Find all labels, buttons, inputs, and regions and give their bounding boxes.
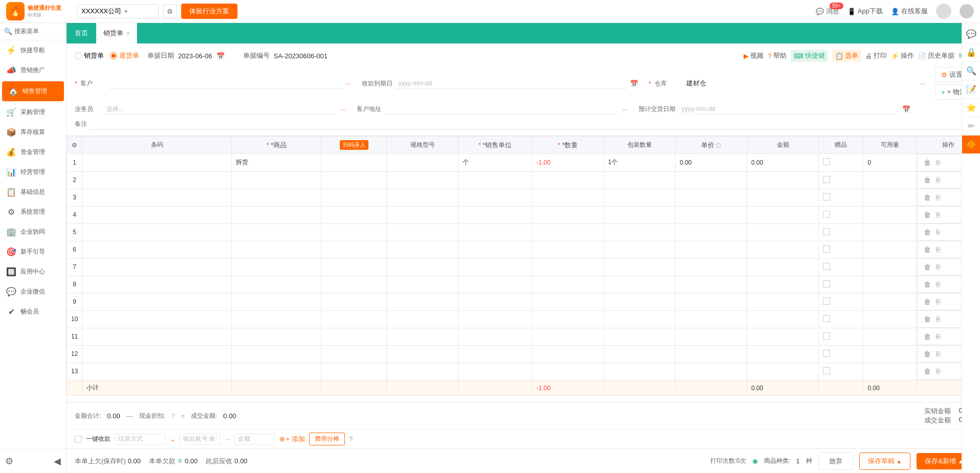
barcode-input[interactable] — [86, 316, 227, 323]
row-unit[interactable] — [459, 328, 532, 345]
row-unit-price[interactable] — [676, 223, 747, 241]
barcode-input[interactable] — [86, 176, 227, 184]
sidebar-item-enterprise[interactable]: 🏢 企业协同 — [0, 222, 66, 242]
row-quantity[interactable] — [532, 223, 604, 241]
row-quantity[interactable]: -1.00 — [532, 154, 604, 172]
warehouse-more-icon[interactable]: ··· — [920, 79, 926, 87]
tab-home[interactable]: 首页 — [67, 23, 96, 43]
row-barcode[interactable] — [82, 328, 232, 345]
row-copy-button[interactable]: ⎘ — [934, 279, 942, 289]
row-pack-qty[interactable] — [604, 276, 676, 293]
sidebar-settings-icon[interactable]: ⚙ — [5, 456, 13, 467]
row-amount[interactable] — [747, 276, 819, 293]
row-copy-button[interactable]: ⎘ — [934, 227, 942, 237]
row-gift[interactable] — [819, 241, 863, 258]
row-delete-button[interactable]: 🗑 — [922, 244, 933, 255]
barcode-input[interactable] — [86, 350, 227, 357]
row-amount[interactable] — [747, 345, 819, 363]
rp-edit-icon[interactable]: ✏ — [962, 117, 981, 136]
gift-checkbox[interactable] — [823, 332, 830, 340]
row-unit-price[interactable] — [676, 241, 747, 258]
row-spec[interactable] — [387, 258, 459, 276]
action-history[interactable]: 📄 历史单据 — [918, 51, 954, 60]
tab-close-icon[interactable]: × — [126, 30, 129, 36]
rp-star-icon[interactable]: ⭐ — [962, 99, 981, 117]
row-pack-qty[interactable] — [604, 363, 676, 380]
cash-discount-info-icon[interactable]: ? — [171, 413, 175, 419]
row-pack-qty[interactable] — [604, 328, 676, 345]
payment-method-more-icon[interactable]: ⌄ — [170, 435, 176, 443]
row-spec[interactable] — [387, 154, 459, 172]
gift-checkbox[interactable] — [823, 176, 830, 183]
barcode-input[interactable] — [86, 159, 227, 166]
expected-date-input[interactable] — [679, 104, 899, 115]
salesman-input[interactable] — [103, 104, 336, 115]
row-unit[interactable] — [459, 363, 532, 380]
row-unit[interactable] — [459, 171, 532, 189]
row-barcode[interactable] — [82, 363, 232, 380]
row-unit[interactable]: 个 — [459, 154, 532, 172]
sidebar-item-marketing[interactable]: 📣 营销推广 — [0, 60, 66, 80]
row-spec[interactable] — [387, 363, 459, 380]
sidebar-item-inventory[interactable]: 📦 库存核算 — [0, 122, 66, 142]
barcode-input[interactable] — [86, 333, 227, 340]
expected-date-calendar-icon[interactable]: 📅 — [902, 105, 910, 113]
row-barcode[interactable] — [82, 189, 232, 206]
action-operate[interactable]: ⚡ 操作 — [891, 51, 914, 60]
row-amount[interactable] — [747, 363, 819, 380]
row-product[interactable]: 拆货 — [232, 154, 321, 172]
row-barcode[interactable] — [82, 223, 232, 241]
row-product[interactable] — [232, 328, 321, 345]
row-barcode[interactable] — [82, 345, 232, 363]
row-copy-button[interactable]: ⎘ — [934, 262, 942, 272]
row-barcode[interactable] — [82, 293, 232, 310]
payment-question-icon[interactable]: ? — [349, 435, 353, 443]
rp-orange-icon[interactable]: 🔶 — [962, 136, 981, 154]
row-amount[interactable] — [747, 241, 819, 258]
barcode-input[interactable] — [86, 368, 227, 375]
row-product[interactable] — [232, 258, 321, 276]
row-product[interactable] — [232, 363, 321, 380]
sidebar-item-app-center[interactable]: 🔲 应用中心 — [0, 262, 66, 282]
row-gift[interactable] — [819, 258, 863, 276]
row-product[interactable] — [232, 345, 321, 363]
gift-checkbox[interactable] — [823, 228, 830, 235]
sidebar-item-finance[interactable]: 💰 资金管理 — [0, 142, 66, 162]
row-gift[interactable] — [819, 189, 863, 206]
barcode-input[interactable] — [86, 229, 227, 236]
row-copy-button[interactable]: ⎘ — [934, 210, 942, 220]
barcode-input[interactable] — [86, 246, 227, 253]
th-settings[interactable]: ⚙ — [67, 137, 82, 154]
row-amount[interactable] — [747, 258, 819, 276]
remarks-input[interactable] — [90, 119, 972, 129]
row-delete-button[interactable]: 🗑 — [922, 366, 933, 376]
row-spec[interactable] — [387, 206, 459, 223]
rp-search-icon[interactable]: 🔍 — [962, 62, 981, 80]
radio-sales-order[interactable]: 销货单 — [75, 51, 104, 60]
row-gift[interactable] — [819, 328, 863, 345]
row-quantity[interactable] — [532, 258, 604, 276]
amount-input[interactable] — [234, 434, 275, 445]
row-quantity[interactable] — [532, 328, 604, 345]
row-unit-price[interactable]: 0.00 — [676, 154, 747, 172]
row-unit-price[interactable] — [676, 171, 747, 189]
row-pack-qty[interactable] — [604, 310, 676, 328]
company-selector[interactable]: XXXXXX公司 ▼ — [77, 4, 159, 18]
gift-checkbox[interactable] — [823, 315, 830, 322]
row-unit-price[interactable] — [676, 328, 747, 345]
sidebar-item-membership[interactable]: ✔ 畅会员 — [0, 302, 66, 322]
gift-checkbox[interactable] — [823, 193, 830, 200]
row-pack-qty[interactable] — [604, 345, 676, 363]
barcode-input[interactable] — [86, 211, 227, 218]
gift-checkbox[interactable] — [823, 211, 830, 218]
row-copy-button[interactable]: ⎘ — [934, 192, 942, 202]
row-quantity[interactable] — [532, 171, 604, 189]
row-product[interactable] — [232, 293, 321, 310]
row-unit[interactable] — [459, 241, 532, 258]
barcode-input[interactable] — [86, 263, 227, 271]
row-delete-button[interactable]: 🗑 — [922, 157, 933, 168]
gift-checkbox[interactable] — [823, 263, 830, 270]
row-product[interactable] — [232, 241, 321, 258]
row-pack-qty[interactable] — [604, 171, 676, 189]
row-spec[interactable] — [387, 189, 459, 206]
